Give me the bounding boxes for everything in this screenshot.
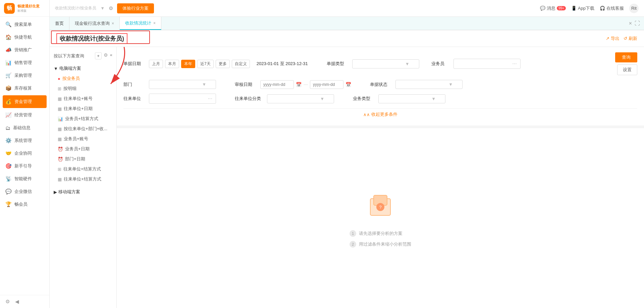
page-title: 收款情况统计(按业务员) <box>56 33 127 44</box>
user-avatar[interactable]: Rit <box>629 4 639 13</box>
plan-item-salesperson-account[interactable]: ▦ 业务员+账号 <box>50 134 116 144</box>
header-settings-icon[interactable]: ⚙ <box>109 5 113 11</box>
tab-bank-flow[interactable]: 现金银行流水查询 × <box>69 17 120 30</box>
plan-item-by-detail[interactable]: ⊞ 按明细 <box>50 84 116 94</box>
chevron-down-biz-icon: ▼ <box>431 96 436 101</box>
cal-end-icon[interactable]: 📅 <box>345 82 351 87</box>
sidebar-item-member[interactable]: 🏆 畅会员 <box>0 198 49 211</box>
partner-input[interactable]: ··· <box>149 94 216 104</box>
sidebar-item-wechat[interactable]: 💬 企业微信 <box>0 185 49 198</box>
plan-item-partner-date[interactable]: ▦ 往来单位+日期 <box>50 104 116 114</box>
chevron-down-category-icon: ▼ <box>320 96 324 101</box>
plan-item-partner-account[interactable]: ▦ 往来单位+账号 <box>50 94 116 104</box>
salesperson-date-icon: ⏰ <box>58 147 63 152</box>
smart-hw-icon: 📡 <box>5 176 12 182</box>
review-date-start[interactable] <box>260 80 294 89</box>
plan-item-by-salesperson[interactable]: ● 按业务员 <box>50 73 116 84</box>
plan-item-partner-calc2[interactable]: ▦ 往来单位+结算方式 <box>50 174 116 184</box>
desktop-section-title[interactable]: ▼ 电脑端方案 <box>50 63 116 73</box>
plan-item-partner-dept-recv[interactable]: ▦ 按往来单位+部门+收... <box>50 124 116 134</box>
tab-maximize-icon[interactable]: ⛶ <box>635 20 640 27</box>
notification-count: 99+ <box>557 6 566 10</box>
partner-dots[interactable]: ··· <box>208 96 212 102</box>
trial-button[interactable]: 体验行业方案 <box>117 3 154 13</box>
plan-item-salesperson-calc[interactable]: 📊 业务员+结算方式 <box>50 114 116 124</box>
date-end: 2023-12-31 <box>285 61 308 66</box>
step-1-text: 请先选择要分析的方案 <box>359 230 402 237</box>
main-area: 收款情况统计/按业务员 ▼ ⚙ 体验行业方案 💬 消息 99+ 📱 App下载 … <box>50 0 644 308</box>
refresh-button[interactable]: ↺ 刷新 <box>624 36 637 42</box>
sidebar-item-search[interactable]: 🔍 搜索菜单 <box>0 18 49 31</box>
filter-settings-button[interactable]: 设置 <box>617 64 637 75</box>
step-2-text: 用过滤条件来缩小分析范围 <box>359 241 411 247</box>
tab-receivable-stat-label: 收款情况统计 <box>125 20 151 26</box>
plan-collapse-icon[interactable]: « <box>110 52 112 59</box>
more-btn[interactable]: 更多 <box>216 60 230 68</box>
sidebar-item-smart-hw[interactable]: 📡 智能硬件 <box>0 172 49 185</box>
tab-close-all-icon[interactable]: × <box>629 20 632 27</box>
partner-category-label: 往来单位分类 <box>235 96 262 102</box>
detail-icon: ⊞ <box>58 86 61 91</box>
dept-select[interactable]: ▼ <box>149 80 216 89</box>
cal-start-icon[interactable]: 📅 <box>296 82 302 87</box>
doc-status-select[interactable]: ▼ <box>395 80 463 89</box>
date-start: 2023-01-01 <box>257 61 279 66</box>
plan-item-partner-calc[interactable]: ⊞ 往来单位+结算方式 <box>50 164 116 174</box>
basic-icon: 🗂 <box>5 125 10 131</box>
partner-category-select[interactable]: ▼ <box>267 94 334 103</box>
sidebar-item-inventory[interactable]: 📦 库存核算 <box>0 82 49 95</box>
notifications-btn[interactable]: 💬 消息 99+ <box>540 5 566 11</box>
online-service-btn[interactable]: 🎧 在线客服 <box>600 5 624 11</box>
partner-dept-recv-icon: ▦ <box>58 126 62 132</box>
biz-type-select[interactable]: ▼ <box>378 94 445 103</box>
tab-receivable-stat-close[interactable]: × <box>153 21 156 25</box>
desktop-section: ▼ 电脑端方案 ● 按业务员 ⊞ 按明细 ▦ 往来单位+账号 ▦ 往来单位+ <box>50 62 116 186</box>
last-month-btn[interactable]: 上月 <box>149 60 163 68</box>
sidebar-item-quick-nav[interactable]: 🏠 快捷导航 <box>0 31 49 44</box>
plan-item-partner-dept-recv-label: 按往来单位+部门+收... <box>64 126 107 132</box>
plan-item-salesperson-date[interactable]: ⏰ 业务员+日期 <box>50 144 116 154</box>
collapse-label: 收起更多条件 <box>371 111 397 117</box>
sidebar-collapse-icon[interactable]: ◀ <box>15 299 19 305</box>
header-dropdown-icon[interactable]: ▼ <box>100 6 105 11</box>
plan-settings-icon[interactable]: ⚙ <box>104 52 108 59</box>
tab-home[interactable]: 首页 <box>50 17 69 30</box>
plan-item-dept-date-label: 部门+日期 <box>65 156 85 162</box>
chevron-down-doc-icon: ▼ <box>405 61 410 66</box>
sidebar-item-basic[interactable]: 🗂 基础信息 <box>0 121 49 134</box>
sidebar-item-sales[interactable]: 📊 销售管理 <box>0 56 49 69</box>
sidebar-item-system[interactable]: ⚙️ 系统管理 <box>0 134 49 147</box>
home-icon: 🏠 <box>5 34 12 40</box>
sidebar-item-enterprise[interactable]: 🤝 企业协同 <box>0 147 49 160</box>
query-button[interactable]: 查询 <box>615 52 637 62</box>
sidebar-item-guide[interactable]: 🎯 新手引导 <box>0 160 49 172</box>
dept-date-icon: ⏰ <box>58 157 63 162</box>
sidebar-label-finance: 资金管理 <box>14 99 32 105</box>
salesperson-input[interactable]: ··· <box>453 59 521 69</box>
review-date-label: 审核日期 <box>235 82 255 88</box>
tab-bank-flow-close[interactable]: × <box>112 21 114 26</box>
custom-btn[interactable]: 自定义 <box>232 60 250 68</box>
collapse-bar[interactable]: ∧∧ 收起更多条件 <box>123 108 637 120</box>
salesperson-calc-icon: 📊 <box>58 116 63 121</box>
this-month-btn[interactable]: 本月 <box>165 60 179 68</box>
this-year-btn[interactable]: 本年 <box>181 60 195 68</box>
review-date-end[interactable] <box>310 80 343 89</box>
sidebar-settings-icon[interactable]: ⚙ <box>5 299 10 305</box>
export-button[interactable]: ↗ 导出 <box>606 36 620 42</box>
tab-receivable-stat[interactable]: 收款情况统计 × <box>120 17 161 30</box>
finance-icon: 💰 <box>5 99 12 105</box>
salesperson-dots[interactable]: ··· <box>512 61 517 67</box>
sidebar-item-finance[interactable]: 💰 资金管理 <box>3 95 47 108</box>
app-download-btn[interactable]: 📱 App下载 <box>571 5 594 11</box>
last-7-btn[interactable]: 近7天 <box>197 60 214 68</box>
doc-type-select[interactable]: ▼ <box>352 59 419 68</box>
add-plan-icon[interactable]: + <box>95 52 102 59</box>
chevron-down-status-icon: ▼ <box>448 82 453 87</box>
sidebar-item-marketing[interactable]: 📣 营销推广 <box>0 44 49 56</box>
mobile-section-title[interactable]: ▶ 移动端方案 <box>50 187 116 197</box>
plan-item-dept-date[interactable]: ⏰ 部门+日期 <box>50 154 116 164</box>
sidebar-item-operation[interactable]: 📈 经营管理 <box>0 109 49 121</box>
filter-action-buttons: 查询 设置 <box>615 52 637 75</box>
sidebar-item-purchase[interactable]: 🛒 采购管理 <box>0 69 49 82</box>
